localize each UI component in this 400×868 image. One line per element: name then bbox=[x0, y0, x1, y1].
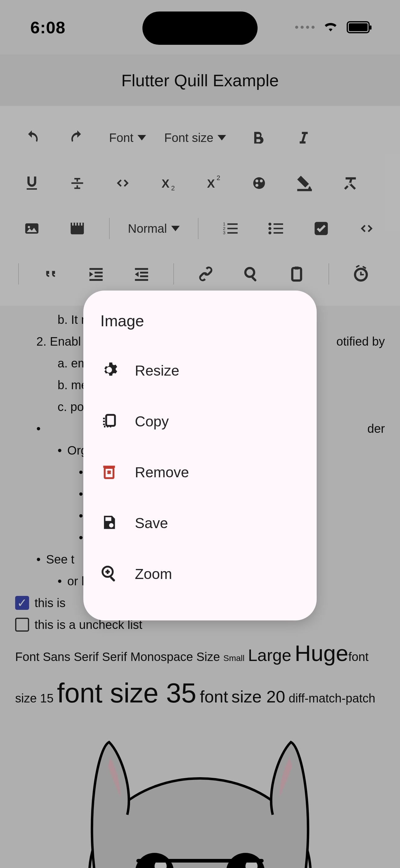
home-indicator bbox=[136, 859, 264, 863]
menu-item-remove[interactable]: Remove bbox=[100, 447, 300, 498]
save-icon bbox=[100, 514, 118, 532]
gear-icon bbox=[100, 361, 118, 380]
image-context-menu: Image Resize Copy Remove Save Zoom bbox=[83, 290, 317, 620]
menu-label: Zoom bbox=[135, 566, 172, 582]
svg-rect-51 bbox=[106, 415, 115, 426]
menu-label: Copy bbox=[135, 413, 169, 430]
menu-item-zoom[interactable]: Zoom bbox=[100, 549, 300, 599]
svg-rect-53 bbox=[103, 466, 115, 468]
menu-item-copy[interactable]: Copy bbox=[100, 396, 300, 447]
zoom-in-icon bbox=[100, 564, 118, 583]
menu-label: Resize bbox=[135, 362, 179, 379]
menu-label: Save bbox=[135, 515, 168, 531]
copy-icon bbox=[100, 412, 118, 431]
trash-icon bbox=[100, 463, 118, 482]
menu-item-save[interactable]: Save bbox=[100, 498, 300, 549]
svg-rect-55 bbox=[110, 576, 115, 582]
menu-label: Remove bbox=[135, 464, 189, 480]
menu-item-resize[interactable]: Resize bbox=[100, 345, 300, 396]
modal-title: Image bbox=[100, 312, 300, 330]
